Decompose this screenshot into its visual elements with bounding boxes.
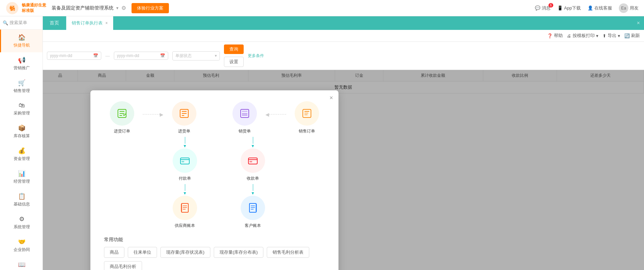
date-input[interactable]: yyyy-mm-dd 📅 xyxy=(47,52,101,60)
sidebar-item-capital[interactable]: 💰 资金管理 xyxy=(0,143,42,166)
tab-bar-close[interactable]: × xyxy=(637,16,640,30)
export-dropdown-icon: ▾ xyxy=(618,33,620,38)
flow-node-customer-ledger: 客户账本 xyxy=(232,196,273,229)
search-icon: 🔍 xyxy=(3,20,8,25)
flow-diagram: 进货订单 ▶ xyxy=(104,101,325,229)
sidebar-item-system[interactable]: ⚙ 系统管理 xyxy=(0,211,42,234)
sidebar-menu: 🏠 快捷导航 📢 营销推广 🛒 销售管理 🛍 采购管理 📦 库存核 xyxy=(0,30,42,270)
svg-rect-11 xyxy=(242,111,247,112)
purchase-icon xyxy=(172,101,196,126)
inventory-icon: 📦 xyxy=(18,124,25,132)
date-placeholder: yyyy-mm-dd xyxy=(50,53,72,58)
flow-node-purchase-order: 进货订单 xyxy=(104,101,140,134)
flow-label-customer-ledger: 客户账本 xyxy=(245,223,261,229)
refresh-icon: 🔄 xyxy=(624,33,630,38)
sidebar-item-operation[interactable]: 📊 经营管理 xyxy=(0,166,42,188)
sidebar-item-guide[interactable]: 📖 新手引导 xyxy=(0,257,42,270)
sidebar-item-label: 营销推广 xyxy=(14,65,30,71)
logo-area: 畅 畅康通好生意 标准版 xyxy=(5,1,46,15)
sidebar-item-inventory[interactable]: 📦 库存核算 xyxy=(0,120,42,143)
user-name: 用友 xyxy=(630,5,639,11)
sidebar-item-quick[interactable]: 🏠 快捷导航 xyxy=(0,30,42,52)
sales-slip-icon xyxy=(232,101,257,126)
status-select[interactable]: 单据状态 ▾ xyxy=(172,51,220,60)
sidebar-item-marketing[interactable]: 📢 营销推广 xyxy=(0,52,42,75)
sidebar-search[interactable]: 🔍 搜索菜单 xyxy=(0,16,42,30)
svg-rect-10 xyxy=(241,109,249,118)
calendar-end-icon: 📅 xyxy=(160,53,165,58)
flow-label-purchase: 进货单 xyxy=(178,128,190,134)
sidebar-item-label: 基础信息 xyxy=(14,201,30,207)
svg-rect-21 xyxy=(248,158,257,164)
svg-rect-18 xyxy=(180,158,189,164)
modal-overlay: × 进货订单 xyxy=(43,70,644,270)
tab-close-button[interactable]: × xyxy=(105,21,108,25)
status-label: 单据状态 xyxy=(175,53,192,59)
date-end-input[interactable]: yyyy-mm-dd 📅 xyxy=(114,52,168,60)
export-button[interactable]: ⬆ 导出 ▾ xyxy=(603,33,620,39)
func-btn-sales-profit[interactable]: 销售毛利分析表 xyxy=(267,247,309,258)
sidebar-item-enterprise[interactable]: 🤝 企业协同 xyxy=(0,234,42,257)
search-label: 搜索菜单 xyxy=(10,20,27,26)
svg-rect-23 xyxy=(249,161,252,162)
func-btn-stock-status[interactable]: 现存量(库存状况表) xyxy=(160,247,210,258)
svg-rect-25 xyxy=(181,204,182,212)
app-wrapper: 畅 畅康通好生意 标准版 装备及固定资产辅助管理系统 ▾ ⚙ 体验行业方案 💬 … xyxy=(0,0,644,270)
message-button[interactable]: 💬 消息 6 xyxy=(535,5,551,11)
guide-icon: 📖 xyxy=(18,261,25,268)
user-avatar[interactable]: Ea 用友 xyxy=(619,3,639,13)
flow-node-receipt: 收款单 xyxy=(232,148,273,181)
settings-icon[interactable]: ⚙ xyxy=(121,5,126,11)
print-dropdown-icon: ▾ xyxy=(596,33,598,38)
app-download-button[interactable]: 📱 App下载 xyxy=(557,5,581,11)
func-btn-goods[interactable]: 商品 xyxy=(104,247,124,258)
customer-ledger-icon xyxy=(241,196,265,220)
func-btn-partner[interactable]: 往来单位 xyxy=(128,247,157,258)
payment-icon xyxy=(173,148,197,173)
help-icon: ❓ xyxy=(547,33,553,38)
online-service-button[interactable]: 👤 在线客服 xyxy=(588,5,612,11)
system-name: 装备及固定资产辅助管理系统 xyxy=(52,5,114,11)
purchase-order-icon xyxy=(110,101,134,126)
filter-row: yyyy-mm-dd 📅 — yyyy-mm-dd 📅 单据状态 ▾ 查询 设置… xyxy=(43,42,644,70)
sales-order-icon xyxy=(295,101,319,126)
calendar-icon: 📅 xyxy=(93,53,98,58)
top-right-area: 💬 消息 6 📱 App下载 👤 在线客服 Ea 用友 xyxy=(535,3,639,13)
enterprise-icon: 🤝 xyxy=(18,238,25,246)
capital-icon: 💰 xyxy=(18,147,25,155)
flow-node-purchase: 进货单 xyxy=(166,101,202,134)
print-icon: 🖨 xyxy=(567,33,571,38)
sidebar-item-label: 系统管理 xyxy=(14,224,30,230)
tab-home[interactable]: 首页 xyxy=(43,16,66,30)
quick-icon: 🏠 xyxy=(18,34,25,41)
phone-icon: 📱 xyxy=(557,5,563,11)
flow-label-supplier-ledger: 供应商账本 xyxy=(175,223,195,229)
flow-label-purchase-order: 进货订单 xyxy=(114,128,130,134)
modal-box: × 进货订单 xyxy=(90,90,338,270)
date-separator: — xyxy=(105,53,110,58)
dropdown-icon[interactable]: ▾ xyxy=(116,5,119,11)
logo-icon: 畅 xyxy=(5,1,19,15)
receipt-icon xyxy=(241,148,265,173)
settings-button[interactable]: 设置 xyxy=(224,57,244,67)
refresh-button[interactable]: 🔄 刷新 xyxy=(624,33,640,39)
flow-label-payment: 付款单 xyxy=(179,176,191,181)
svg-rect-20 xyxy=(181,161,184,162)
func-btn-goods-profit[interactable]: 商品毛利分析 xyxy=(104,261,142,270)
experience-button[interactable]: 体验行业方案 xyxy=(132,3,169,13)
tab-sales-exec[interactable]: 销售订单执行表 × xyxy=(66,16,113,30)
sidebar-item-purchase[interactable]: 🛍 采购管理 xyxy=(0,98,42,120)
func-buttons-row1: 商品 往来单位 现存量(库存状况表) 现存量(库存分布表) 销售毛利分析表 商品… xyxy=(104,247,325,270)
sidebar-item-basic[interactable]: 📋 基础信息 xyxy=(0,188,42,211)
more-conditions-button[interactable]: 更多条件 xyxy=(248,53,264,59)
sidebar-item-sales[interactable]: 🛒 销售管理 xyxy=(0,75,42,98)
help-button[interactable]: ❓ 帮助 xyxy=(547,33,563,39)
common-func-title: 常用功能 xyxy=(104,237,325,243)
func-btn-stock-dist[interactable]: 现存量(库存分布表) xyxy=(214,247,264,258)
query-button[interactable]: 查询 xyxy=(224,44,244,54)
modal-close-button[interactable]: × xyxy=(329,94,333,102)
sidebar-item-label: 库存核算 xyxy=(14,133,30,139)
print-button[interactable]: 🖨 按模板打印 ▾ xyxy=(567,33,598,39)
sidebar-item-label: 销售管理 xyxy=(14,88,30,94)
basic-icon: 📋 xyxy=(18,193,25,200)
